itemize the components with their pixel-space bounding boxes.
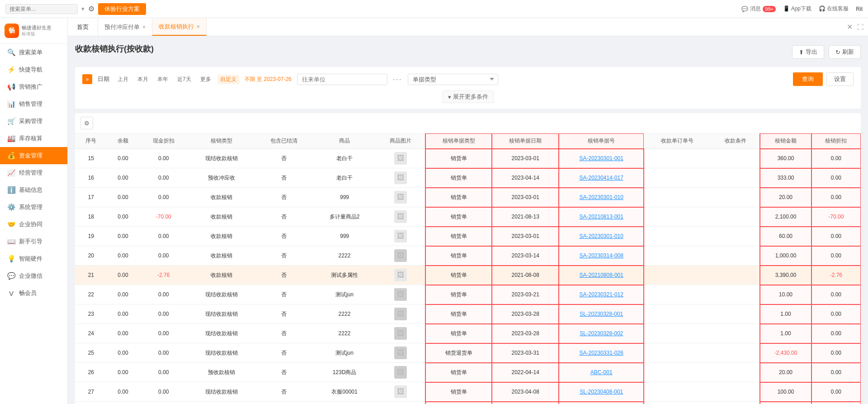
main-content: 首页 预付冲应付单 × 收款核销执行 × ✕ ⛶ 收款核销执行(按收款) ⬆	[68, 18, 868, 404]
cell-0-4: 否	[255, 149, 313, 168]
sidebar-item-5[interactable]: 🏭库存核算	[0, 130, 67, 147]
sidebar-item-14[interactable]: V畅会员	[0, 285, 67, 302]
cell-13-9[interactable]: SL-20230418-001	[559, 402, 644, 404]
sidebar-item-8[interactable]: ℹ️基础信息	[0, 181, 67, 199]
sidebar-item-6[interactable]: 💰资金管理	[0, 147, 67, 164]
this-year-btn[interactable]: 本年	[155, 75, 171, 84]
query-btn[interactable]: 查询	[793, 72, 823, 86]
cell-12-9[interactable]: SL-20230408-001	[559, 382, 644, 402]
cell-10-9[interactable]: SA-20230331-026	[559, 343, 644, 363]
cell-12-10	[644, 382, 711, 402]
cell-2-11	[711, 188, 760, 207]
cell-1-11	[711, 168, 760, 188]
cell-4-9[interactable]: SA-20230301-010	[559, 227, 644, 246]
this-month-btn[interactable]: 本月	[135, 75, 151, 84]
cell-10-4: 否	[255, 343, 313, 363]
cell-9-0: 24	[75, 324, 107, 343]
sidebar-item-2[interactable]: 📢营销推广	[0, 78, 67, 95]
filter-dates: 上月 本月 本年 近7天 更多 自定义	[115, 75, 239, 84]
data-table: 序号余额现金折扣核销类型包含已结清商品商品图片核销单据类型核销单据日期核销单据号…	[75, 133, 861, 404]
user-name[interactable]: Rit	[856, 6, 863, 12]
cell-0-6: 🖼	[376, 149, 425, 168]
cell-0-8: 2023-03-01	[492, 149, 559, 168]
cell-4-1: 0.00	[107, 227, 139, 246]
cell-10-10	[644, 343, 711, 363]
custom-btn[interactable]: 自定义	[217, 75, 239, 84]
cell-7-1: 0.00	[107, 285, 139, 304]
tab-bar-actions: ✕ ⛶	[842, 18, 868, 36]
expand-filter-btn[interactable]: »	[82, 74, 92, 84]
online-service-btn[interactable]: 🎧 在线客服	[819, 5, 849, 13]
cell-6-9[interactable]: SA-20210808-001	[559, 266, 644, 285]
cell-9-9[interactable]: SL-20230328-002	[559, 324, 644, 343]
sidebar-item-7[interactable]: 📈经营管理	[0, 164, 67, 181]
cell-0-10	[644, 149, 711, 168]
cell-5-9[interactable]: SA-20230314-008	[559, 246, 644, 266]
cell-2-2: 0.00	[139, 188, 188, 207]
cell-7-10	[644, 285, 711, 304]
tab-close-prepay[interactable]: ×	[142, 24, 146, 30]
cell-11-2: 0.00	[139, 363, 188, 382]
sidebar-icon-3: 📊	[7, 100, 15, 108]
cell-7-9[interactable]: SA-20230321-012	[559, 285, 644, 304]
col-header-7: 核销单据类型	[425, 133, 492, 149]
sidebar-item-10[interactable]: 🤝企业协同	[0, 216, 67, 233]
logo-area: 畅 畅捷通好生意 标准版	[0, 18, 67, 44]
last-month-btn[interactable]: 上月	[115, 75, 131, 84]
table-row: 220.000.00现结收款核销否测试jun🖼销货单2023-03-21SA-2…	[75, 285, 861, 304]
sidebar-item-0[interactable]: 🔍搜索菜单	[0, 44, 67, 61]
cell-11-9[interactable]: ABC-001	[559, 363, 644, 382]
sidebar-item-9[interactable]: ⚙️系统管理	[0, 199, 67, 216]
close-window-icon[interactable]: ✕	[847, 23, 853, 31]
cell-0-9[interactable]: SA-20230301-001	[559, 149, 644, 168]
counterpart-input[interactable]	[297, 74, 387, 85]
table-section: ⚙ 序号余额现金折扣核销类型包含已结清商品商品图片核销单据类型核销单据日期核销单…	[75, 113, 861, 404]
cell-5-11	[711, 246, 760, 266]
industry-btn[interactable]: 休验行业方案	[98, 3, 146, 15]
expand-more-btn[interactable]: ▾ 展开更多条件	[442, 90, 494, 103]
sidebar-item-4[interactable]: 🛒采购管理	[0, 113, 67, 130]
cell-8-6: 🖼	[376, 304, 425, 324]
app-download-btn[interactable]: 📱 App下载	[783, 5, 811, 13]
gear-icon[interactable]: ⚙	[88, 5, 94, 13]
cell-9-5: 2222	[313, 324, 376, 343]
search-input[interactable]	[5, 4, 78, 14]
sidebar-label-12: 智能硬件	[19, 255, 42, 263]
sidebar-item-1[interactable]: ⚡快捷导航	[0, 61, 67, 78]
tab-home[interactable]: 首页	[68, 18, 98, 36]
cell-4-8: 2023-03-01	[492, 227, 559, 246]
cell-11-4: 否	[255, 363, 313, 382]
sidebar-item-13[interactable]: 💬企业微信	[0, 267, 67, 285]
sidebar-icon-0: 🔍	[7, 48, 15, 57]
tab-close-receipt[interactable]: ×	[197, 24, 200, 30]
expand-window-icon[interactable]: ⛶	[857, 24, 863, 31]
export-icon: ⬆	[799, 49, 804, 56]
last7-btn[interactable]: 近7天	[175, 75, 194, 84]
cell-13-6: 🖼	[376, 402, 425, 404]
col-settings-btn[interactable]: ⚙	[80, 117, 93, 129]
message-badge: 99+	[763, 6, 776, 12]
filter-settings-btn[interactable]: 设置	[826, 72, 854, 86]
more-btn[interactable]: 更多	[198, 75, 214, 84]
cell-13-2: 0.00	[139, 402, 188, 404]
sidebar-item-12[interactable]: 💡智能硬件	[0, 250, 67, 267]
message-area[interactable]: 💬 消息 99+	[741, 5, 776, 13]
top-bar-right: 💬 消息 99+ 📱 App下载 🎧 在线客服 Rit	[741, 5, 863, 13]
tab-prepay[interactable]: 预付冲应付单 ×	[98, 18, 152, 36]
sidebar-item-11[interactable]: 📖新手引导	[0, 233, 67, 250]
sidebar-icon-14: V	[7, 290, 15, 297]
cell-9-10	[644, 324, 711, 343]
cell-6-13: -2.76	[811, 266, 861, 285]
cell-2-9[interactable]: SA-20230301-010	[559, 188, 644, 207]
tab-receipt-writeoff[interactable]: 收款核销执行 ×	[152, 18, 207, 36]
logo-text-area: 畅捷通好生意 标准版	[22, 24, 52, 37]
cell-3-9[interactable]: SA-20210813-001	[559, 207, 644, 227]
cell-1-9[interactable]: SA-20230414-017	[559, 168, 644, 188]
cell-8-9[interactable]: SL-20230328-001	[559, 304, 644, 324]
table-header-row: 序号余额现金折扣核销类型包含已结清商品商品图片核销单据类型核销单据日期核销单据号…	[75, 133, 861, 149]
export-btn[interactable]: ⬆ 导出	[792, 45, 824, 59]
sidebar-label-5: 库存核算	[19, 134, 42, 143]
refresh-btn[interactable]: ↻ 刷新	[829, 45, 861, 59]
bill-type-select[interactable]: 单据类型	[408, 74, 498, 85]
sidebar-item-3[interactable]: 📊销售管理	[0, 95, 67, 113]
